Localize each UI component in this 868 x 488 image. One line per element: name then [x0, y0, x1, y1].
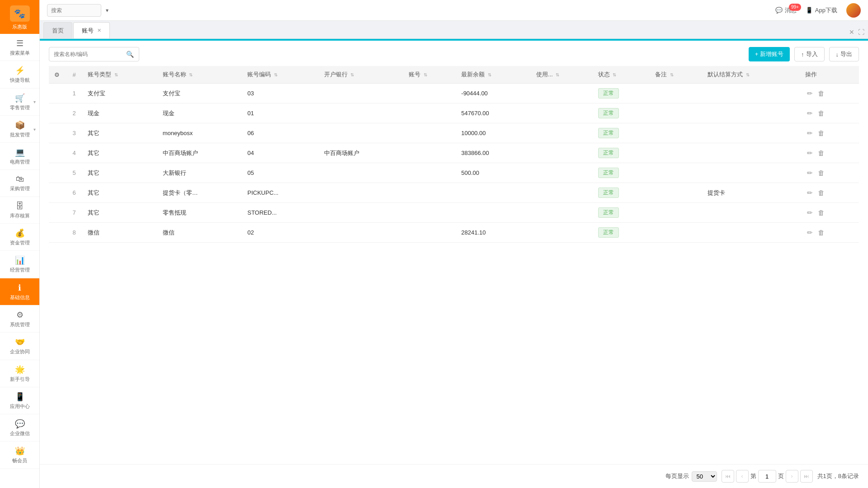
top-dropdown[interactable]: ▾	[106, 7, 108, 14]
row-name-6: 零售抵现	[158, 203, 243, 223]
export-label: 导出	[840, 50, 852, 58]
messages-btn[interactable]: 💬 消息 99+	[775, 6, 797, 14]
col-balance[interactable]: 最新余额 ⇅	[457, 66, 532, 84]
row-action-0: ✏ 🗑	[801, 84, 859, 103]
sidebar-item-enterprise-wechat[interactable]: 💬 企业微信	[0, 414, 39, 441]
row-type-6: 其它	[83, 203, 158, 223]
prev-page-btn[interactable]: ‹	[736, 470, 749, 483]
delete-btn-4[interactable]: 🗑	[816, 168, 826, 178]
per-page-label: 每页显示	[665, 472, 689, 480]
edit-btn-7[interactable]: ✏	[805, 228, 815, 238]
search-box[interactable]: 🔍	[49, 47, 139, 61]
import-btn[interactable]: ↑ 导入	[794, 47, 825, 61]
col-account[interactable]: 账号 ⇅	[404, 66, 457, 84]
row-usage-2	[532, 123, 594, 143]
delete-btn-7[interactable]: 🗑	[816, 228, 826, 237]
sidebar-item-quick-nav[interactable]: ⚡ 快捷导航	[0, 61, 39, 88]
col-bank[interactable]: 开户银行 ⇅	[320, 66, 405, 84]
row-code-0: 03	[243, 84, 320, 103]
per-page-selector[interactable]: 每页显示 50 100 200	[665, 471, 717, 482]
table-row: 8 微信 微信 02 28241.10 正常 ✏ 🗑	[49, 223, 859, 243]
delete-btn-6[interactable]: 🗑	[816, 208, 826, 217]
row-code-5: PICKUPC...	[243, 183, 320, 203]
add-account-btn[interactable]: + 新增账号	[749, 47, 790, 61]
top-search-input[interactable]	[47, 4, 101, 17]
row-settlement-4	[703, 163, 800, 183]
logo-icon	[10, 5, 30, 22]
sidebar-item-new-guide[interactable]: 🌟 新手引导	[0, 360, 39, 387]
tab-close-window-icon[interactable]: ✕	[849, 28, 854, 36]
col-code[interactable]: 账号编码 ⇅	[243, 66, 320, 84]
row-settings-1	[49, 103, 65, 123]
sidebar-item-app-center[interactable]: 📱 应用中心	[0, 387, 39, 414]
delete-btn-2[interactable]: 🗑	[816, 128, 826, 138]
last-page-btn[interactable]: ⏭	[800, 470, 813, 483]
edit-btn-4[interactable]: ✏	[805, 168, 815, 178]
toolbar-left: 🔍	[49, 47, 139, 61]
edit-btn-1[interactable]: ✏	[805, 108, 815, 118]
col-usage[interactable]: 使用... ⇅	[532, 66, 594, 84]
table-row: 2 现金 现金 01 547670.00 正常 ✏ 🗑	[49, 103, 859, 123]
next-page-btn[interactable]: ›	[786, 470, 798, 483]
edit-btn-0[interactable]: ✏	[805, 89, 815, 99]
row-num-2: 3	[65, 123, 83, 143]
sidebar-item-search-menu[interactable]: ☰ 搜索菜单	[0, 34, 39, 61]
status-badge-7: 正常	[598, 227, 619, 238]
user-avatar[interactable]	[846, 3, 861, 18]
row-balance-2: 10000.00	[457, 123, 532, 143]
delete-btn-3[interactable]: 🗑	[816, 148, 826, 158]
enterprise-agreement-label: 企业协同	[10, 348, 30, 355]
sidebar-item-enterprise-agreement[interactable]: 🤝 企业协同	[0, 333, 39, 360]
col-type[interactable]: 账号类型 ⇅	[83, 66, 158, 84]
col-settlement[interactable]: 默认结算方式 ⇅	[703, 66, 800, 84]
col-settings[interactable]: ⚙	[49, 66, 65, 84]
sidebar-item-retail-mgmt[interactable]: 🛒 零售管理	[0, 89, 39, 116]
col-status[interactable]: 状态 ⇅	[594, 66, 651, 84]
page-number-input[interactable]	[758, 470, 776, 483]
row-balance-4: 500.00	[457, 163, 532, 183]
sidebar-item-purchase-mgmt[interactable]: 🛍 采购管理	[0, 170, 39, 197]
col-remark[interactable]: 备注 ⇅	[651, 66, 703, 84]
tab-home[interactable]: 首页	[43, 22, 72, 38]
delete-btn-0[interactable]: 🗑	[816, 89, 826, 98]
row-remark-6	[651, 203, 703, 223]
status-badge-2: 正常	[598, 128, 619, 138]
search-input[interactable]	[54, 51, 126, 57]
edit-btn-3[interactable]: ✏	[805, 148, 815, 158]
row-usage-3	[532, 143, 594, 163]
row-num-7: 8	[65, 223, 83, 243]
sidebar-item-basic-info[interactable]: ℹ 基础信息	[0, 278, 39, 305]
retail-mgmt-icon: 🛒	[15, 93, 25, 103]
sidebar-item-ecommerce-mgmt[interactable]: 💻 电商管理	[0, 143, 39, 170]
sidebar-item-member[interactable]: 👑 畅会员	[0, 441, 39, 469]
import-icon: ↑	[801, 51, 804, 58]
search-icon[interactable]: 🔍	[126, 51, 134, 58]
main-area: ▾ 💬 消息 99+ 📱 App下载 首页 账号 ✕	[40, 0, 868, 488]
row-bank-0	[320, 84, 405, 103]
delete-btn-1[interactable]: 🗑	[816, 108, 826, 118]
row-status-3: 正常	[594, 143, 651, 163]
edit-btn-6[interactable]: ✏	[805, 208, 815, 218]
tab-home-label: 首页	[52, 27, 64, 35]
download-btn[interactable]: 📱 App下载	[806, 6, 837, 14]
add-account-label: + 新增账号	[755, 50, 783, 58]
sidebar-item-inventory[interactable]: 🗄 库存核算	[0, 197, 39, 224]
row-code-1: 01	[243, 103, 320, 123]
col-name[interactable]: 账号名称 ⇅	[158, 66, 243, 84]
sidebar-item-wholesale-mgmt[interactable]: 📦 批发管理	[0, 116, 39, 143]
row-num-1: 2	[65, 103, 83, 123]
edit-btn-2[interactable]: ✏	[805, 128, 815, 138]
row-settlement-1	[703, 103, 800, 123]
per-page-select[interactable]: 50 100 200	[692, 471, 717, 482]
row-account-6	[404, 203, 457, 223]
sidebar-item-operations-mgmt[interactable]: 📊 经营管理	[0, 251, 39, 278]
tab-accounts[interactable]: 账号 ✕	[73, 22, 110, 38]
sidebar-item-system-mgmt[interactable]: ⚙ 系统管理	[0, 305, 39, 333]
delete-btn-5[interactable]: 🗑	[816, 188, 826, 197]
edit-btn-5[interactable]: ✏	[805, 188, 815, 198]
tab-close-btn[interactable]: ✕	[97, 28, 101, 33]
export-btn[interactable]: ↓ 导出	[829, 47, 859, 61]
first-page-btn[interactable]: ⏮	[722, 470, 734, 483]
sidebar-item-finance-mgmt[interactable]: 💰 资金管理	[0, 224, 39, 251]
tab-expand-icon[interactable]: ⛶	[858, 28, 864, 36]
